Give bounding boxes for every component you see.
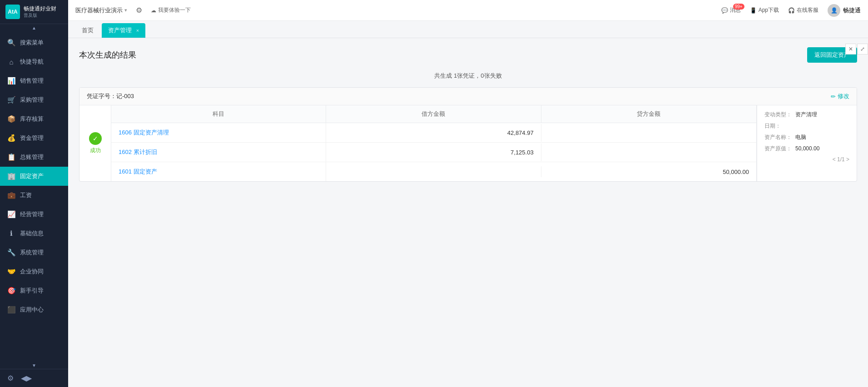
online-service-button[interactable]: 🎧 在线客服 bbox=[788, 6, 818, 14]
sidebar-item-label: 固定资产 bbox=[20, 172, 44, 180]
username: 畅捷通 bbox=[843, 6, 861, 15]
sidebar-item-label: 经营管理 bbox=[20, 210, 44, 218]
col-credit: 贷方金额 bbox=[541, 105, 756, 123]
experience-button[interactable]: ☁ 我要体验一下 bbox=[151, 6, 191, 14]
scroll-down[interactable]: ▼ bbox=[0, 362, 68, 369]
table-row: 1601 固定资产 50,000.00 bbox=[111, 162, 756, 181]
basic-info-icon: ℹ bbox=[7, 229, 15, 238]
company-selector[interactable]: 医疗器械行业演示 ▾ bbox=[75, 6, 127, 15]
sidebar-item-label: 总账管理 bbox=[20, 153, 44, 161]
message-icon: 💬 bbox=[721, 7, 728, 14]
ledger-icon: 📋 bbox=[7, 153, 15, 161]
app-edition: 普及版 bbox=[24, 12, 56, 19]
tab-asset-management[interactable]: 资产管理 × bbox=[102, 23, 145, 38]
original-value-row: 资产原值： 50,000.00 bbox=[764, 145, 849, 153]
credit-3: 50,000.00 bbox=[541, 163, 756, 181]
sidebar-item-basic-info[interactable]: ℹ 基础信息 bbox=[0, 224, 68, 243]
sidebar-item-apps[interactable]: ⬛ 应用中心 bbox=[0, 300, 68, 319]
debit-2: 7,125.03 bbox=[326, 144, 541, 161]
sidebar-item-enterprise[interactable]: 🤝 企业协同 bbox=[0, 262, 68, 281]
voucher-header: 凭证字号：记-003 ✏ 修改 bbox=[79, 88, 857, 105]
voucher-card: 凭证字号：记-003 ✏ 修改 ✓ 成功 科目 借方金额 贷方金额 bbox=[79, 87, 857, 182]
inventory-icon: 📦 bbox=[7, 115, 15, 123]
tab-home[interactable]: 首页 bbox=[75, 23, 100, 38]
user-menu[interactable]: 👤 畅捷通 bbox=[828, 4, 861, 17]
sidebar-item-payroll[interactable]: 💼 工资 bbox=[0, 186, 68, 205]
tab-close-icon[interactable]: × bbox=[136, 28, 139, 33]
app-name: 畅捷通好业财 bbox=[24, 5, 56, 13]
sidebar-item-ledger[interactable]: 📋 总账管理 bbox=[0, 148, 68, 167]
enterprise-icon: 🤝 bbox=[7, 268, 15, 276]
sidebar-item-label: 工资 bbox=[20, 191, 32, 199]
topbar-settings-button[interactable]: ⚙ bbox=[133, 4, 145, 17]
sidebar-item-label: 搜索菜单 bbox=[20, 39, 44, 47]
account-3[interactable]: 1601 固定资产 bbox=[111, 162, 326, 181]
chevron-down-icon: ▾ bbox=[124, 7, 127, 13]
change-type-value: 资产清理 bbox=[795, 111, 817, 119]
asset-name-value: 电脑 bbox=[795, 134, 806, 141]
messages-button[interactable]: 💬 消息 99+ bbox=[721, 6, 741, 14]
sidebar-item-search[interactable]: 🔍 搜索菜单 bbox=[0, 33, 68, 52]
sidebar-item-system[interactable]: 🔧 系统管理 bbox=[0, 243, 68, 262]
app-download-label: App下载 bbox=[759, 6, 779, 14]
finance-icon: 💰 bbox=[7, 134, 15, 142]
original-value-value: 50,000.00 bbox=[795, 145, 819, 152]
sidebar-item-quick-nav[interactable]: ⌂ 快捷导航 bbox=[0, 52, 68, 71]
sidebar-item-purchase[interactable]: 🛒 采购管理 bbox=[0, 90, 68, 109]
sidebar-item-label: 新手引导 bbox=[20, 287, 44, 295]
sidebar-item-label: 企业协同 bbox=[20, 268, 44, 276]
sidebar-item-sales[interactable]: 📊 销售管理 bbox=[0, 71, 68, 90]
scroll-up[interactable]: ▲ bbox=[0, 24, 68, 31]
voucher-table: 科目 借方金额 贷方金额 1606 固定资产清理 42,874.97 1602 … bbox=[111, 105, 757, 181]
pagination[interactable]: < 1/1 > bbox=[764, 156, 849, 163]
table-row: 1602 累计折旧 7,125.03 bbox=[111, 143, 756, 162]
table-header: 科目 借方金额 贷方金额 bbox=[111, 105, 756, 123]
credit-2 bbox=[541, 147, 756, 158]
avatar: 👤 bbox=[828, 4, 840, 17]
account-1[interactable]: 1606 固定资产清理 bbox=[111, 123, 326, 142]
debit-1: 42,874.97 bbox=[326, 124, 541, 142]
search-icon: 🔍 bbox=[7, 39, 15, 47]
change-type-row: 变动类型： 资产清理 bbox=[764, 111, 849, 119]
sidebar-item-finance[interactable]: 💰 资金管理 bbox=[0, 129, 68, 148]
sidebar-item-guide[interactable]: 🎯 新手引导 bbox=[0, 281, 68, 300]
topbar: 医疗器械行业演示 ▾ ⚙ ☁ 我要体验一下 💬 消息 99+ 📱 App下载 🎧… bbox=[68, 0, 868, 21]
sidebar-nav: 🔍 搜索菜单 ⌂ 快捷导航 📊 销售管理 🛒 采购管理 📦 库存核算 💰 资金管… bbox=[0, 31, 68, 362]
sidebar-item-label: 系统管理 bbox=[20, 248, 44, 257]
sales-icon: 📊 bbox=[7, 77, 15, 85]
expand-panel-button[interactable]: ⤢ bbox=[857, 44, 868, 55]
app-download-button[interactable]: 📱 App下载 bbox=[750, 6, 779, 14]
sidebar-bottom: ⚙ ◀▶ bbox=[0, 369, 68, 387]
system-icon: 🔧 bbox=[7, 248, 15, 257]
debit-3 bbox=[326, 166, 541, 177]
apps-icon: ⬛ bbox=[7, 306, 15, 314]
sidebar-item-fixed-assets[interactable]: 🏢 固定资产 bbox=[0, 167, 68, 186]
voucher-edit-button[interactable]: ✏ 修改 bbox=[831, 92, 849, 100]
sidebar-logo: AtA 畅捷通好业财 普及版 bbox=[0, 0, 68, 24]
cloud-icon: ☁ bbox=[151, 7, 156, 14]
col-account: 科目 bbox=[111, 105, 326, 123]
sidebar-item-operations[interactable]: 📈 经营管理 bbox=[0, 205, 68, 224]
sidebar-item-label: 采购管理 bbox=[20, 96, 44, 104]
asset-name-row: 资产名称： 电脑 bbox=[764, 134, 849, 141]
page-title: 本次生成的结果 bbox=[79, 50, 136, 60]
original-value-label: 资产原值： bbox=[764, 145, 792, 153]
download-icon: 📱 bbox=[750, 7, 757, 14]
sidebar-toggle-icon[interactable]: ◀▶ bbox=[21, 374, 32, 382]
payroll-icon: 💼 bbox=[7, 191, 15, 199]
guide-icon: 🎯 bbox=[7, 287, 15, 295]
purchase-icon: 🛒 bbox=[7, 96, 15, 104]
success-icon: ✓ bbox=[89, 132, 102, 145]
col-debit: 借方金额 bbox=[326, 105, 541, 123]
edit-icon: ✏ bbox=[831, 93, 836, 100]
sidebar-item-inventory[interactable]: 📦 库存核算 bbox=[0, 109, 68, 129]
gear-icon: ⚙ bbox=[136, 6, 142, 15]
credit-1 bbox=[541, 127, 756, 138]
status-text: 成功 bbox=[90, 147, 101, 154]
date-row: 日期： bbox=[764, 122, 849, 130]
close-panel-button[interactable]: ✕ bbox=[845, 44, 856, 55]
topbar-actions: 💬 消息 99+ 📱 App下载 🎧 在线客服 👤 畅捷通 bbox=[721, 4, 861, 17]
account-2[interactable]: 1602 累计折旧 bbox=[111, 143, 326, 162]
sidebar-settings-icon[interactable]: ⚙ bbox=[7, 374, 14, 382]
sidebar-item-label: 库存核算 bbox=[20, 115, 44, 123]
